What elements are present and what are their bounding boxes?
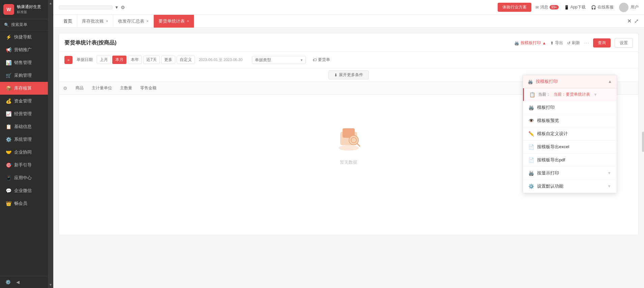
sales-icon: 📊: [5, 60, 11, 65]
topbar-gear-icon[interactable]: ⚙: [121, 5, 125, 10]
industry-btn[interactable]: 体验行业方案: [498, 3, 531, 12]
sidebar-search-menu[interactable]: 🔍 搜索菜单: [0, 19, 48, 31]
membership-icon: 👑: [5, 201, 11, 206]
print-dropdown-header[interactable]: 🖨️ 按模板打印 ▲: [523, 75, 617, 88]
sidebar-item-quick-nav[interactable]: ⚡ 快捷导航: [0, 31, 48, 43]
app-download-btn[interactable]: 📱 App下载: [564, 4, 586, 10]
dropdown-item-default-func[interactable]: ⚙️ 设置默认功能 ▼: [523, 180, 617, 193]
filter-expand-btn[interactable]: »: [64, 56, 72, 64]
dropdown-item-export-excel[interactable]: 📄 按模板导出excel: [523, 140, 617, 154]
expand-tab-btn[interactable]: ⤢: [634, 18, 639, 24]
sidebar-item-wechat[interactable]: 💬 企业微信: [0, 184, 48, 197]
page-title: 要货单统计表(按商品): [64, 39, 117, 46]
operations-icon: 📈: [5, 111, 11, 117]
sidebar-item-system[interactable]: ⚙️ 系统管理: [0, 133, 48, 146]
messages-btn[interactable]: ✉ 消息 99+: [535, 4, 559, 10]
tabs-right-controls: ✕ ⤢: [627, 18, 639, 24]
tab-close-order-stats[interactable]: ×: [187, 19, 189, 24]
export-icon: ⬆: [550, 41, 554, 45]
sidebar-item-membership[interactable]: 👑 畅会员: [0, 197, 48, 210]
sidebar-item-operations[interactable]: 📈 经营管理: [0, 107, 48, 120]
print-btn[interactable]: 🖨️ 按模板打印 ▲: [514, 40, 546, 46]
print-dropdown: 🖨️ 按模板打印 ▲ 📋 当前： 当前：要货单统计表 ▼ 🖨️ 模板打印: [523, 75, 617, 193]
sidebar-item-inventory[interactable]: 📦 库存核算: [0, 82, 48, 95]
dropdown-item-display-print[interactable]: 🖨️ 按显示打印 ▼: [523, 167, 617, 180]
dropdown-item-export-pdf[interactable]: 📄 按模板导出pdf: [523, 154, 617, 167]
sidebar-nav: ⚡ 快捷导航 📢 营销推广 📊 销售管理 🛒 采购管理 📦 库存核算 💰 资金管…: [0, 31, 48, 276]
date-btn-custom[interactable]: 自定义: [177, 56, 195, 64]
tab-close-inventory-batch[interactable]: ×: [106, 19, 108, 24]
settings-btn[interactable]: 设置: [615, 38, 633, 48]
dropdown-item-template-preview[interactable]: 👁️ 模板板预览: [523, 114, 617, 127]
date-btn-more[interactable]: 更多: [161, 56, 175, 64]
print-icon: 🖨️: [514, 41, 519, 45]
tabs-bar: 首页 库存批次账 × 收发存汇总表 × 要货单统计表 × ✕ ⤢: [53, 15, 644, 28]
sidebar-item-sales[interactable]: 📊 销售管理: [0, 56, 48, 69]
close-tab-btn[interactable]: ✕: [627, 18, 632, 24]
template-preview-icon: 👁️: [528, 118, 534, 123]
print-dropdown-header-right: ▲: [608, 79, 612, 84]
filter-bar: » 单据日期 上月 本月 本年 近7天 更多 自定义 2023-06-01 至 …: [59, 52, 638, 68]
svg-rect-7: [343, 135, 348, 136]
scroll-down-btn[interactable]: ▼: [49, 283, 52, 287]
date-btn-this-year[interactable]: 本年: [128, 56, 142, 64]
sidebar-item-guide[interactable]: 🎯 新手引导: [0, 159, 48, 171]
extra-filter-tag: 🏷 要货单: [313, 57, 330, 63]
quick-nav-icon: ⚡: [5, 34, 11, 40]
table-col-product: 商品: [71, 82, 88, 95]
export-pdf-icon: 📄: [528, 157, 534, 163]
marketing-icon: 📢: [5, 47, 11, 53]
tab-home[interactable]: 首页: [59, 15, 77, 28]
sidebar-item-enterprise[interactable]: 🤝 企业协同: [0, 146, 48, 159]
default-func-icon: ⚙️: [528, 184, 534, 189]
table-col-amount: 零售金额: [136, 82, 160, 95]
sidebar-item-basic-info[interactable]: 📋 基础信息: [0, 120, 48, 133]
dropdown-item-template-design[interactable]: ✏️ 模板自定义设计: [523, 127, 617, 140]
scroll-up-btn[interactable]: ▲: [49, 1, 52, 5]
right-scrollbar[interactable]: [642, 132, 644, 152]
tab-close-receivable-summary[interactable]: ×: [146, 19, 149, 24]
type-filter-wrap: 单据类型: [252, 56, 306, 64]
template-design-icon: ✏️: [528, 131, 534, 136]
actions-more-icon[interactable]: ···: [584, 39, 589, 46]
type-filter-select[interactable]: 单据类型: [252, 56, 306, 64]
dropdown-item-template-print[interactable]: 🖨️ 模板打印: [523, 101, 617, 114]
topbar-right: ✉ 消息 99+ 📱 App下载 🎧 在线客服 用户: [535, 3, 639, 12]
svg-line-5: [357, 143, 360, 146]
svg-rect-6: [343, 133, 350, 134]
date-btn-this-month[interactable]: 本月: [112, 56, 126, 64]
expand-more-btn[interactable]: ⬇ 展开更多条件: [328, 70, 369, 79]
table-col-settings[interactable]: ⚙: [59, 82, 71, 95]
display-print-icon: 🖨️: [528, 170, 534, 176]
tab-inventory-batch[interactable]: 库存批次账 ×: [77, 15, 113, 28]
content-area: 要货单统计表(按商品) 🖨️ 按模板打印 ▲ ⬆ 导出 ↺ 刷新: [53, 28, 644, 288]
topbar-search-area: ▼ ⚙: [59, 5, 494, 10]
date-btn-last-month[interactable]: 上月: [97, 56, 111, 64]
search-dropdown-btn[interactable]: ▼: [115, 5, 119, 10]
refresh-btn[interactable]: ↺ 刷新: [567, 40, 580, 46]
sidebar-item-finance[interactable]: 💰 资金管理: [0, 95, 48, 107]
date-btn-7days[interactable]: 近7天: [143, 56, 160, 64]
sidebar-item-purchase[interactable]: 🛒 采购管理: [0, 69, 48, 82]
topbar-search-input[interactable]: [59, 5, 113, 9]
extra-tag-icon: 🏷: [313, 58, 317, 62]
date-range-display: 2023-06-01 至 2023-06-30: [199, 57, 243, 62]
service-icon: 🎧: [591, 5, 596, 10]
settings-icon[interactable]: ⚙️: [5, 280, 11, 285]
sidebar-scrollbar[interactable]: ▲ ▼: [48, 0, 53, 288]
print-dropdown-arrow-icon: ▲: [542, 41, 546, 45]
col-settings-icon[interactable]: ⚙: [63, 86, 67, 91]
app-logo: W 畅康通好生意 标准版: [0, 0, 48, 19]
sidebar-item-app-center[interactable]: 📱 应用中心: [0, 171, 48, 184]
query-btn[interactable]: 查询: [593, 38, 611, 47]
online-service-btn[interactable]: 🎧 在线客服: [591, 4, 614, 10]
user-area[interactable]: 用户: [619, 3, 639, 12]
tab-receivable-summary[interactable]: 收发存汇总表 ×: [113, 15, 154, 28]
expand-more-icon: ⬇: [334, 73, 338, 77]
sidebar-item-marketing[interactable]: 📢 营销推广: [0, 43, 48, 56]
finance-icon: 💰: [5, 98, 11, 104]
tab-order-stats[interactable]: 要货单统计表 ×: [154, 15, 194, 28]
print-dropdown-header-left: 🖨️ 按模板打印: [528, 78, 558, 85]
export-btn[interactable]: ⬆ 导出: [550, 40, 563, 46]
collapse-icon[interactable]: ◀: [16, 280, 20, 285]
